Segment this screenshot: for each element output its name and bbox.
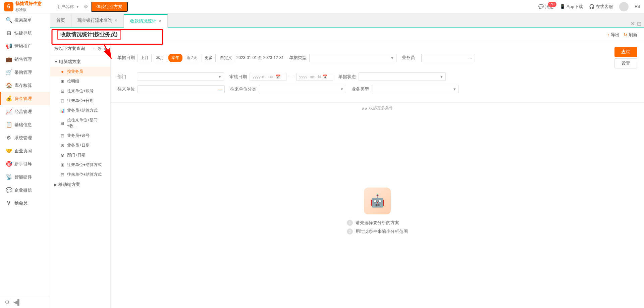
step-1-label: 请先选择要分析的方案 xyxy=(356,220,399,226)
sidebar-item-sales[interactable]: 💼 销售管理 xyxy=(0,53,50,66)
sidebar-item-smart[interactable]: 📡 智能硬件 xyxy=(0,170,50,184)
collapse-up-icon: ∧∧ xyxy=(362,106,368,111)
review-date-start-input[interactable]: yyyy-mm-dd 📅 xyxy=(250,73,286,81)
company-icon: 🤝 xyxy=(6,148,12,154)
query-button[interactable]: 查询 xyxy=(614,47,637,57)
counterpart-category-field: 往来单位分类 ▾ xyxy=(230,85,346,93)
query-form: 单据日期 上月 本月 本年 近7天 更多 自定义 2023-01-01 至 20… xyxy=(111,42,644,102)
doc-type-select[interactable]: ▾ xyxy=(309,54,396,62)
scheme-collapse-icon[interactable]: « xyxy=(104,46,106,51)
doc-status-select[interactable]: ▾ xyxy=(359,72,446,81)
scheme-setting-icon[interactable]: ⚙ xyxy=(97,46,102,51)
calendar-start-icon: 📅 xyxy=(276,74,281,79)
tree-item-dept-date[interactable]: ⊙ 部门+日期 xyxy=(50,150,110,160)
doc-type-chevron-icon: ▾ xyxy=(391,55,393,60)
sidebar-item-quick-nav[interactable]: ⊞ 快捷导航 xyxy=(0,27,50,40)
tab-maximize-button[interactable]: ⊡ xyxy=(637,20,641,27)
partner-dept-icon: ⊞ xyxy=(60,121,65,126)
tree-group-desktop[interactable]: ▼ 电脑端方案 xyxy=(50,57,110,67)
tree-item-salesperson-settlement[interactable]: 📊 业务员+结算方式 xyxy=(50,106,110,115)
member-icon: V xyxy=(6,200,12,206)
tree-item-by-salesperson[interactable]: ● 按业务员 xyxy=(50,67,110,76)
app-download-btn[interactable]: 📱 App下载 xyxy=(560,4,583,10)
dept-select[interactable]: ▾ xyxy=(137,72,224,81)
refresh-button[interactable]: ↻ 刷新 xyxy=(624,32,637,38)
tree-item-partner-account[interactable]: ⊟ 往来单位+账号 xyxy=(50,86,110,96)
date-btn-this-year[interactable]: 本年 xyxy=(168,54,182,62)
tree-item-partner-settlement2[interactable]: ⊟ 往来单位+结算方式 xyxy=(50,170,110,179)
tab-home[interactable]: 首页 xyxy=(50,14,71,27)
doc-status-label: 单据状态 xyxy=(338,74,356,80)
scheme-add-icon[interactable]: + xyxy=(93,46,95,51)
tree-item-partner-settlement1[interactable]: ⊞ 往来单位+结算方式 xyxy=(50,160,110,170)
dept-label: 部门 xyxy=(117,74,134,80)
online-service-label: 在线客服 xyxy=(596,4,613,10)
date-btn-this-month[interactable]: 本月 xyxy=(153,54,167,62)
sidebar-item-member[interactable]: V 畅会员 xyxy=(0,197,50,209)
tree-item-label: 业务员+日期 xyxy=(67,143,90,148)
review-date-end-input[interactable]: yyyy-mm-dd 📅 xyxy=(296,73,333,81)
tab-bank-flow-close-icon[interactable]: ✕ xyxy=(114,18,117,23)
main-content: 首页 现金银行流水查询 ✕ 收款情况统计 ✕ ✕ ⊡ 收款情况统计(按业务员) … xyxy=(50,13,644,308)
tree-group-mobile[interactable]: ▶ 移动端方案 xyxy=(50,179,110,190)
tree-item-by-detail[interactable]: ⊞ 按明细 xyxy=(50,76,110,86)
message-btn[interactable]: 💬 消息 99+ xyxy=(538,4,554,10)
collapse-more-btn[interactable]: ∧∧ 收起更多条件 xyxy=(111,102,644,114)
sidebar-item-search-menu[interactable]: 🔍 搜索菜单 xyxy=(0,13,50,27)
date-btn-last-month[interactable]: 上月 xyxy=(138,54,152,62)
empty-step-2: 2 用过滤条件来缩小分析范围 xyxy=(347,228,408,235)
setting-button[interactable]: 设置 xyxy=(614,58,637,68)
date-divider: — xyxy=(289,74,293,79)
tab-bank-flow[interactable]: 现金银行流水查询 ✕ xyxy=(71,14,124,27)
sidebar-item-company[interactable]: 🤝 企业协同 xyxy=(0,144,50,157)
quick-nav-icon: ⊞ xyxy=(6,30,12,36)
topbar-chevron[interactable]: ▾ xyxy=(76,4,79,9)
salesperson-select[interactable]: ··· xyxy=(421,54,475,62)
tab-close-all-button[interactable]: ✕ xyxy=(631,20,635,27)
salesperson-settlement-icon: 📊 xyxy=(60,108,65,113)
sidebar-item-operation[interactable]: 📈 经营管理 xyxy=(0,105,50,118)
counterpart-select[interactable]: ··· xyxy=(138,85,225,93)
sidebar-item-finance[interactable]: 💰 资金管理 xyxy=(0,92,50,105)
counterpart-category-select[interactable]: ▾ xyxy=(259,85,346,93)
sidebar-item-basic[interactable]: 📋 基础信息 xyxy=(0,118,50,131)
online-service-btn[interactable]: 🎧 在线客服 xyxy=(589,4,613,10)
weixin-icon: 💬 xyxy=(6,187,12,193)
sidebar-item-system[interactable]: ⚙ 系统管理 xyxy=(0,131,50,144)
empty-icon: 🤖 xyxy=(364,188,391,214)
sidebar-item-marketing[interactable]: 📢 营销推广 xyxy=(0,40,50,53)
sidebar-item-label: 资金管理 xyxy=(14,96,32,102)
tree-item-partner-date[interactable]: ⊟ 往来单位+日期 xyxy=(50,96,110,106)
sidebar-item-label: 采购管理 xyxy=(14,69,32,75)
sidebar-item-beginner[interactable]: 🎯 新手引导 xyxy=(0,157,50,170)
date-field: 单据日期 上月 本月 本年 近7天 更多 自定义 2023-01-01 至 20… xyxy=(117,54,284,62)
tree-item-salesperson-date[interactable]: ⊙ 业务员+日期 xyxy=(50,141,110,150)
robot-icon: 🤖 xyxy=(370,194,385,208)
marketing-icon: 📢 xyxy=(6,43,12,49)
date-btn-more[interactable]: 更多 xyxy=(202,54,216,62)
sidebar-item-purchase[interactable]: 🛒 采购管理 xyxy=(0,66,50,79)
sidebar-item-label: 畅会员 xyxy=(14,200,28,206)
tree-item-salesperson-account[interactable]: ⊟ 业务员+账号 xyxy=(50,131,110,141)
sidebar-item-label: 经营管理 xyxy=(14,109,32,115)
sidebar-settings-icon[interactable]: ⚙ xyxy=(5,299,9,305)
tree-item-label: 业务员+账号 xyxy=(67,133,90,139)
tab-receipt-stats-close-icon[interactable]: ✕ xyxy=(158,19,161,23)
date-btn-custom[interactable]: 自定义 xyxy=(217,54,235,62)
export-button[interactable]: ↑ 导出 xyxy=(607,32,620,38)
biz-type-label: 业务类型 xyxy=(352,86,369,92)
biz-type-select[interactable]: ▾ xyxy=(372,85,459,93)
sidebar-item-weixin[interactable]: 💬 企业微信 xyxy=(0,184,50,197)
tab-receipt-stats[interactable]: 收款情况统计 ✕ xyxy=(124,14,168,28)
tree-item-partner-dept-collect[interactable]: ⊞ 按往来单位+部门+收... xyxy=(50,115,110,131)
sidebar-collapse-icon[interactable]: ◀▌ xyxy=(13,299,21,305)
trial-button[interactable]: 体验行业方案 xyxy=(91,2,128,12)
counterpart-more-icon[interactable]: ··· xyxy=(218,87,222,92)
topbar-gear-icon[interactable]: ⚙ xyxy=(84,3,88,10)
logo-icon: 6 xyxy=(4,2,13,11)
sidebar-item-inventory[interactable]: 🏠 库存核算 xyxy=(0,79,50,92)
by-detail-icon: ⊞ xyxy=(60,79,65,84)
user-avatar[interactable] xyxy=(619,2,629,11)
date-label: 单据日期 xyxy=(117,55,135,61)
date-btn-last7[interactable]: 近7天 xyxy=(184,54,200,62)
